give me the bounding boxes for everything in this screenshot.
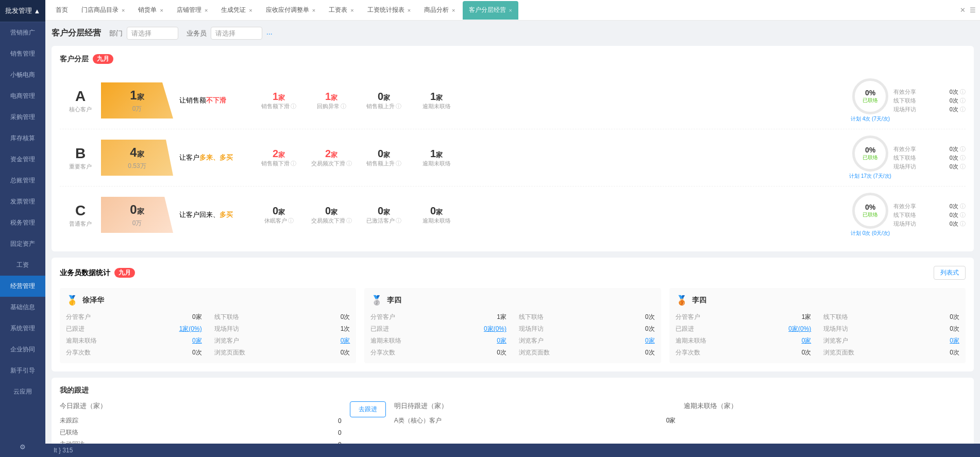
sidebar-item-基础信息[interactable]: 基础信息 — [0, 297, 45, 318]
today-followup-col: 今日跟进（家） 未跟踪0已联络0主动回访0 — [60, 401, 342, 444]
today-stat-label: 已联络 — [60, 428, 78, 437]
tab-门店商品目录[interactable]: 门店商品目录× — [75, 1, 131, 20]
staff-stat-val[interactable]: 0家 — [341, 336, 350, 345]
staff-stat-val[interactable]: 0家 — [497, 336, 506, 345]
info-icon[interactable]: ⓘ — [960, 89, 966, 95]
info-icon[interactable]: ⓘ — [341, 103, 346, 110]
staff-stat-val: 0次 — [950, 325, 959, 333]
dept-select[interactable]: 请选择 — [127, 27, 178, 40]
staff-stat-val: 0次 — [645, 348, 655, 357]
staff-stats-title-group: 业务员数据统计 九月 — [60, 268, 135, 278]
tab-close-icon[interactable]: × — [312, 7, 315, 13]
staff-stat-label: 浏览页面数 — [214, 348, 245, 357]
info-icon[interactable]: ⓘ — [960, 203, 966, 209]
info-icon[interactable]: ⓘ — [346, 217, 352, 225]
menu-icon[interactable]: ☰ — [970, 6, 976, 14]
info-icon[interactable]: ⓘ — [960, 212, 966, 218]
right-stat-row: 有效分享0次 ⓘ — [893, 88, 966, 96]
settings-button[interactable]: ⚙ — [0, 437, 45, 457]
tab-生成凭证[interactable]: 生成凭证× — [215, 1, 258, 20]
info-icon[interactable]: ⓘ — [960, 97, 966, 104]
sidebar-item-固定资产[interactable]: 固定资产 — [0, 233, 45, 255]
sidebar-item-经营管理[interactable]: 经营管理 — [0, 276, 45, 297]
sidebar-item-发票管理[interactable]: 发票管理 — [0, 191, 45, 212]
info-icon[interactable]: ⓘ — [291, 160, 296, 167]
stat-label: 休眠客户 ⓘ — [256, 217, 302, 225]
right-stat-label: 现场拜访 — [893, 106, 916, 113]
info-icon[interactable]: ⓘ — [960, 106, 966, 112]
staff-select[interactable]: 请选择 — [211, 27, 262, 40]
sidebar-item-小畅电商[interactable]: 小畅电商 — [0, 64, 45, 86]
close-all-icon[interactable]: ✕ — [960, 6, 966, 14]
info-icon[interactable]: ⓘ — [396, 217, 401, 225]
sidebar-item-库存核算[interactable]: 库存核算 — [0, 128, 45, 149]
tab-label: 客户分层经营 — [469, 6, 506, 14]
tier-count-amount: 0万 — [130, 219, 144, 228]
sidebar-item-营销推广[interactable]: 营销推广 — [0, 22, 45, 43]
tab-close-icon[interactable]: × — [509, 7, 512, 13]
sidebar-item-总账管理[interactable]: 总账管理 — [0, 170, 45, 191]
sidebar-item-新手引导[interactable]: 新手引导 — [0, 360, 45, 381]
tier-stat-item: 2家销售额下滑 ⓘ — [256, 148, 302, 167]
tier-name: 核心客户 — [60, 106, 101, 113]
tab-close-icon[interactable]: × — [160, 7, 163, 13]
tomorrow-stat-row: A类（核心）客户0家 — [394, 415, 676, 427]
tab-close-icon[interactable]: × — [452, 7, 455, 13]
tab-close-icon[interactable]: × — [350, 7, 353, 13]
info-icon[interactable]: ⓘ — [960, 146, 966, 152]
tier-name: 重要客户 — [60, 163, 101, 171]
tab-商品分析[interactable]: 商品分析× — [418, 1, 461, 20]
sidebar-item-系统管理[interactable]: 系统管理 — [0, 318, 45, 339]
tab-首页[interactable]: 首页 — [49, 1, 74, 20]
sidebar-item-税务管理[interactable]: 税务管理 — [0, 212, 45, 233]
sidebar-item-资金管理[interactable]: 资金管理 — [0, 149, 45, 170]
info-icon[interactable]: ⓘ — [396, 103, 401, 110]
info-icon[interactable]: ⓘ — [960, 155, 966, 161]
sidebar-item-电商管理[interactable]: 电商管理 — [0, 86, 45, 107]
sidebar-top-button[interactable]: 批发管理 ▲ — [0, 0, 45, 22]
staff-stat-label: 逾期未联络 — [675, 336, 706, 345]
tab-客户分层经营[interactable]: 客户分层经营× — [463, 1, 518, 20]
tab-bar-actions[interactable]: ✕ ☰ — [960, 6, 976, 14]
info-icon[interactable]: ⓘ — [960, 221, 966, 227]
sidebar-item-销售管理[interactable]: 销售管理 — [0, 43, 45, 64]
tab-close-icon[interactable]: × — [249, 7, 252, 13]
sidebar-item-云应用[interactable]: 云应用 — [0, 381, 45, 402]
info-icon[interactable]: ⓘ — [396, 160, 401, 167]
staff-stat-row: 分管客户1家 — [675, 313, 812, 321]
sidebar-item-工资[interactable]: 工资 — [0, 255, 45, 276]
info-icon[interactable]: ⓘ — [288, 217, 294, 225]
more-filter-button[interactable]: ··· — [266, 29, 273, 38]
tab-应收应付调整单[interactable]: 应收应付调整单× — [260, 1, 322, 20]
staff-stat-row: 浏览客户0家 — [823, 336, 959, 345]
tier-count-amount: 0.53万 — [128, 162, 146, 171]
tab-close-icon[interactable]: × — [205, 7, 208, 13]
tab-店铺管理[interactable]: 店铺管理× — [171, 1, 214, 20]
staff-stat-val[interactable]: 0家 — [645, 336, 655, 345]
info-icon[interactable]: ⓘ — [291, 103, 296, 110]
goto-followup-button[interactable]: 去跟进 — [350, 401, 386, 417]
bottom-bar: It } 315 — [45, 444, 980, 457]
staff-stat-val[interactable]: 0家 — [802, 336, 812, 345]
tier-count-num: 1家 — [130, 88, 144, 103]
staff-stat-val[interactable]: 0家(0%) — [788, 325, 811, 333]
right-stat-val: 0次 ⓘ — [950, 220, 966, 228]
tab-工资统计报表[interactable]: 工资统计报表× — [361, 1, 417, 20]
tab-close-icon[interactable]: × — [408, 7, 411, 13]
info-icon[interactable]: ⓘ — [346, 160, 352, 167]
tab-工资表[interactable]: 工资表× — [323, 1, 360, 20]
sidebar-item-企业协同[interactable]: 企业协同 — [0, 339, 45, 360]
tier-label-C: C普通客户 — [60, 202, 101, 228]
stat-num: 0家 — [361, 148, 407, 160]
sidebar-item-采购管理[interactable]: 采购管理 — [0, 107, 45, 128]
staff-stat-val[interactable]: 0家 — [192, 336, 202, 345]
info-icon[interactable]: ⓘ — [960, 163, 966, 170]
tab-销货单[interactable]: 销货单× — [132, 1, 169, 20]
staff-stat-val[interactable]: 0家 — [950, 336, 959, 345]
tab-close-icon[interactable]: × — [122, 7, 125, 13]
tier-count-box: 4家0.53万 — [101, 140, 173, 176]
list-view-button[interactable]: 列表式 — [934, 266, 966, 280]
tier-letter: A — [60, 88, 101, 105]
staff-stat-val[interactable]: 0家(0%) — [484, 325, 506, 333]
staff-stat-val[interactable]: 1家(0%) — [179, 325, 202, 333]
